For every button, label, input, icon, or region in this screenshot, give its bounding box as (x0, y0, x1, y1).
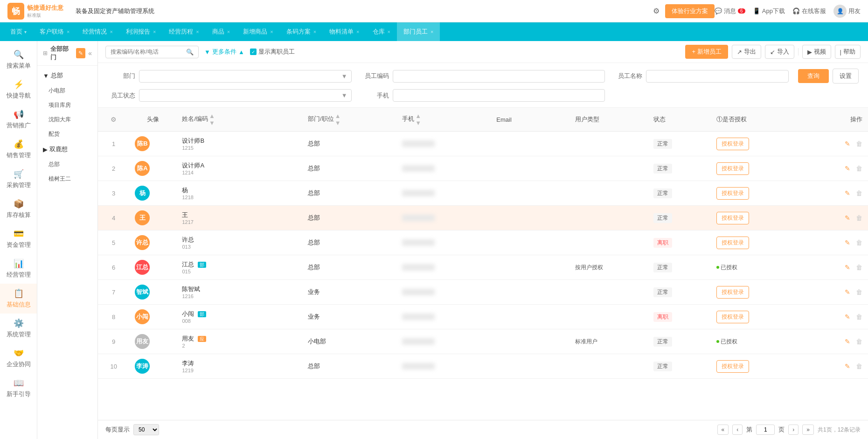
prev-page-button[interactable]: ‹ (732, 425, 743, 435)
add-employee-button[interactable]: + 新增员工 (685, 45, 728, 59)
left-nav-item-资金管理[interactable]: 💳资金管理 (0, 224, 37, 254)
auth-button[interactable]: 授权登录 (716, 212, 749, 224)
auth-button[interactable]: 授权登录 (716, 237, 749, 249)
first-page-button[interactable]: « (717, 425, 729, 435)
show-resigned-toggle[interactable]: ✓ 显示离职员工 (250, 48, 295, 56)
nav-tab-经营情况[interactable]: 经营情况 × (76, 22, 119, 41)
nav-tab-利润报告[interactable]: 利润报告 × (119, 22, 162, 41)
phone-filter-input[interactable] (393, 89, 605, 102)
left-nav-item-新手引导[interactable]: 📖新手引导 (0, 373, 37, 403)
empstatus-filter-select[interactable]: ▼ (139, 89, 352, 102)
delete-button[interactable]: 🗑 (856, 338, 862, 345)
nav-tab-新增商品[interactable]: 新增商品 × (236, 22, 279, 41)
tab-close-icon[interactable]: × (153, 29, 156, 35)
export-button[interactable]: ↗ 导出 (732, 45, 761, 59)
edit-button[interactable]: ✎ (845, 288, 850, 296)
edit-button[interactable]: ✎ (845, 313, 850, 321)
dept-group-general[interactable]: ▼ 总部 (37, 68, 97, 84)
dept-item-zongbu[interactable]: 总部 (37, 157, 97, 172)
edit-button[interactable]: ✎ (845, 239, 850, 246)
tab-close-icon[interactable]: × (196, 29, 199, 35)
dept-item-xiaodian[interactable]: 小电部 (37, 84, 97, 98)
col-phone[interactable]: 手机▲▼ (396, 108, 491, 132)
tab-close-icon[interactable]: × (356, 29, 359, 35)
user-button[interactable]: 👤 用友 (833, 5, 861, 18)
auth-button[interactable]: 授权登录 (716, 187, 749, 200)
delete-button[interactable]: 🗑 (856, 288, 862, 296)
all-dept-label[interactable]: 全部部门 (50, 45, 73, 62)
left-nav-item-库存核算[interactable]: 📦库存核算 (0, 194, 37, 224)
nav-tab-商品[interactable]: 商品 × (206, 22, 236, 41)
delete-button[interactable]: 🗑 (856, 140, 862, 147)
nav-tab-条码方案[interactable]: 条码方案 × (280, 22, 323, 41)
left-nav-item-搜索菜单[interactable]: 🔍搜索菜单 (0, 45, 37, 75)
delete-button[interactable]: 🗑 (856, 362, 862, 370)
tab-close-icon[interactable]: × (67, 29, 69, 35)
view-button[interactable]: ▶ 视频 (802, 45, 831, 59)
left-nav-item-采购管理[interactable]: 🛒采购管理 (0, 164, 37, 194)
nav-tab-物料清单[interactable]: 物料清单 × (323, 22, 366, 41)
edit-button[interactable]: ✎ (845, 338, 850, 345)
col-dept[interactable]: 部门/职位▲▼ (302, 108, 396, 132)
auth-button[interactable]: 授权登录 (716, 360, 749, 373)
dept-edit-icon[interactable]: ✎ (76, 48, 86, 58)
tab-close-icon[interactable]: × (110, 29, 112, 35)
delete-button[interactable]: 🗑 (856, 313, 862, 321)
tab-close-icon[interactable]: × (313, 29, 316, 35)
import-button[interactable]: ↙ 导入 (765, 45, 794, 59)
delete-button[interactable]: 🗑 (856, 264, 862, 271)
tab-close-icon[interactable]: × (227, 29, 230, 35)
query-button[interactable]: 查询 (798, 69, 829, 83)
experience-button[interactable]: 体验行业方案 (665, 4, 715, 18)
empname-filter-input[interactable] (646, 70, 789, 83)
search-input[interactable] (111, 49, 183, 55)
delete-button[interactable]: 🗑 (856, 165, 862, 172)
nav-tab-经营历程[interactable]: 经营历程 × (162, 22, 205, 41)
gear-icon[interactable]: ⚙ (111, 116, 117, 123)
left-nav-item-快捷导航[interactable]: ⚡快捷导航 (0, 75, 37, 105)
auth-button[interactable]: 授权登录 (716, 286, 749, 299)
app-download-button[interactable]: 📱 App下载 (753, 7, 785, 15)
dept-filter-select[interactable]: ▼ (139, 70, 352, 83)
left-nav-item-企业协同[interactable]: 🤝企业协同 (0, 343, 37, 373)
col-name[interactable]: 姓名/编码▲▼ (176, 108, 302, 132)
dept-item-peihuo[interactable]: 配货 (37, 127, 97, 141)
nav-tab-客户联络[interactable]: 客户联络 × (33, 22, 76, 41)
setting-button[interactable]: 设置 (833, 69, 859, 84)
dept-item-shenyang[interactable]: 沈阳大库 (37, 112, 97, 127)
edit-button[interactable]: ✎ (845, 214, 850, 222)
dept-group-shuanglu[interactable]: ▶ 双鹿想 (37, 141, 97, 157)
online-support-button[interactable]: 🎧 在线客服 (792, 7, 826, 15)
nav-tab-部门员工[interactable]: 部门员工 × (397, 22, 440, 41)
collapse-icon[interactable]: « (88, 49, 92, 57)
edit-button[interactable]: ✎ (845, 362, 850, 370)
edit-button[interactable]: ✎ (845, 264, 850, 271)
delete-button[interactable]: 🗑 (856, 214, 862, 222)
left-nav-item-营销推广[interactable]: 📢营销推广 (0, 105, 37, 134)
nav-tab-仓库[interactable]: 仓库 × (366, 22, 397, 41)
left-nav-item-销售管理[interactable]: 💰销售管理 (0, 134, 37, 164)
edit-button[interactable]: ✎ (845, 165, 850, 172)
page-size-select[interactable]: 50 100 (133, 424, 159, 435)
nav-tab-首页[interactable]: 首页 ▾ (4, 22, 33, 41)
delete-button[interactable]: 🗑 (856, 239, 862, 246)
dept-item-project[interactable]: 项目库房 (37, 98, 97, 112)
empcode-filter-input[interactable] (393, 70, 605, 83)
left-nav-item-经营管理[interactable]: 📊经营管理 (0, 254, 37, 284)
tab-close-icon[interactable]: × (388, 29, 390, 35)
edit-button[interactable]: ✎ (845, 189, 850, 197)
help-button[interactable]: | 帮助 (835, 45, 861, 59)
more-filters-button[interactable]: ▼ 更多条件 ▲ (204, 48, 244, 56)
left-nav-item-系统管理[interactable]: ⚙️系统管理 (0, 314, 37, 343)
settings-icon[interactable]: ⚙ (653, 7, 660, 15)
page-number-input[interactable] (756, 425, 775, 435)
auth-button[interactable]: 授权登录 (716, 162, 749, 175)
left-nav-item-基础信息[interactable]: 📋基础信息 (0, 284, 37, 314)
auth-button[interactable]: 授权登录 (716, 311, 749, 323)
edit-button[interactable]: ✎ (845, 140, 850, 147)
last-page-button[interactable]: » (802, 425, 814, 435)
dept-item-zhishu[interactable]: 植树王二 (37, 172, 97, 186)
delete-button[interactable]: 🗑 (856, 189, 862, 197)
tab-close-icon[interactable]: × (431, 29, 433, 35)
next-page-button[interactable]: › (788, 425, 799, 435)
